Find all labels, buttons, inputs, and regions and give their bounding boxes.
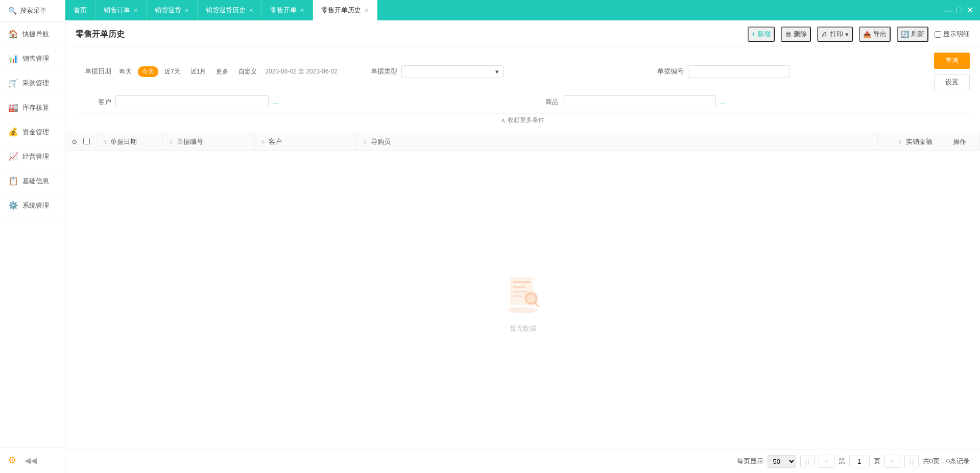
tab-retail-open-close[interactable]: ✕ <box>300 7 304 14</box>
col-header-date[interactable]: ⇅ 单据日期 <box>96 133 162 151</box>
sidebar-item-purchase-mgmt[interactable]: 🛒 采购管理 <box>0 71 65 95</box>
tab-sales-return-close[interactable]: ✕ <box>184 7 189 14</box>
col-header-order-no[interactable]: ⇅ 单据编号 <box>162 133 254 151</box>
window-close-icon[interactable]: ✕ <box>966 5 974 16</box>
empty-text: 暂无数据 <box>510 324 536 333</box>
export-label: 导出 <box>873 30 887 39</box>
order-no-input[interactable] <box>688 65 790 78</box>
last-page-btn[interactable]: ⟩⟩ <box>904 456 919 467</box>
export-icon: 📤 <box>863 31 871 38</box>
prev-page-btn[interactable]: ＜ <box>819 455 834 468</box>
type-select[interactable]: ▾ <box>401 65 504 78</box>
filter-product-section: 商品 ... <box>523 95 960 108</box>
sort-guide-icon: ⇅ <box>363 139 367 145</box>
col-header-action: 操作 <box>939 133 980 151</box>
col-header-guide[interactable]: ⇅ 导购员 <box>356 133 418 151</box>
table-area: ⚙ ⇅ 单据日期 ⇅ 单据编号 <box>65 133 980 449</box>
search-icon: 🔍 <box>8 7 17 15</box>
empty-state: 暂无数据 <box>65 151 980 449</box>
sidebar-search[interactable]: 🔍 搜索采单 <box>0 0 65 22</box>
doc-icon: 📋 <box>8 176 18 186</box>
sidebar-item-inventory[interactable]: 🏭 库存核算 <box>0 95 65 120</box>
tab-sales-return[interactable]: 销货退货 ✕ <box>147 0 198 20</box>
customer-dots[interactable]: ... <box>273 98 278 106</box>
cart-icon: 🛒 <box>8 78 18 88</box>
sidebar-item-sales-mgmt[interactable]: 📊 销售管理 <box>0 46 65 71</box>
sidebar-item-quick-nav[interactable]: 🏠 快捷导航 <box>0 22 65 46</box>
tab-sales-return-history-close[interactable]: ✕ <box>249 7 253 14</box>
col-header-customer[interactable]: ⇅ 客户 <box>254 133 356 151</box>
refresh-button[interactable]: 🔄 刷新 <box>897 27 928 42</box>
tab-sales-order-close[interactable]: ✕ <box>133 7 138 14</box>
date-opt-7days[interactable]: 近7天 <box>160 66 184 77</box>
total-info: 共0页，0条记录 <box>923 457 970 466</box>
table-header-row: ⚙ ⇅ 单据日期 ⇅ 单据编号 <box>65 133 980 151</box>
sidebar-item-sys-mgmt[interactable]: ⚙️ 系统管理 <box>0 193 65 218</box>
sidebar-item-finance[interactable]: 💰 资金管理 <box>0 120 65 144</box>
date-opt-custom[interactable]: 自定义 <box>234 66 261 77</box>
maximize-icon[interactable]: □ <box>957 5 962 16</box>
settings-icon[interactable]: ⚙ <box>8 455 16 466</box>
tab-sales-return-label: 销货退货 <box>155 6 181 15</box>
delete-icon: 🗑 <box>785 31 792 38</box>
export-button[interactable]: 📤 导出 <box>859 27 891 42</box>
type-filter-label: 单据类型 <box>362 67 397 76</box>
col-header-amount[interactable]: ⇅ 实销金额 <box>878 133 939 151</box>
product-input[interactable] <box>563 95 716 108</box>
per-page-select[interactable]: 50 10 20 100 <box>768 455 796 468</box>
sidebar-item-label: 系统管理 <box>22 201 49 210</box>
sort-customer-icon: ⇅ <box>261 139 265 145</box>
setting-button[interactable]: 设置 <box>934 74 970 90</box>
tab-retail-open[interactable]: 零售开单 ✕ <box>262 0 313 20</box>
main-area: 首页 销售订单 ✕ 销货退货 ✕ 销货退货历史 ✕ 零售开单 ✕ 零售开单历史 … <box>65 0 980 473</box>
customer-filter-label: 客户 <box>76 97 111 107</box>
data-table: ⚙ ⇅ 单据日期 ⇅ 单据编号 <box>65 133 980 151</box>
product-dots[interactable]: ... <box>720 98 726 106</box>
query-button[interactable]: 查询 <box>934 53 970 69</box>
select-all-checkbox[interactable] <box>83 138 90 144</box>
date-opt-yesterday[interactable]: 昨天 <box>115 66 136 77</box>
tab-retail-open-history[interactable]: 零售开单历史 ✕ <box>313 0 377 20</box>
sidebar-item-operations[interactable]: 📈 经营管理 <box>0 144 65 169</box>
filter-row-date: 单据日期 昨天 今天 近7天 近1月 更多 自定义 2023-06-02 至 2… <box>76 53 970 90</box>
current-page-input[interactable] <box>849 456 870 467</box>
refresh-icon: 🔄 <box>901 31 909 38</box>
delete-button[interactable]: 🗑 删除 <box>781 27 811 42</box>
first-page-btn[interactable]: ⟨⟨ <box>800 456 815 467</box>
config-icon[interactable]: ⚙ <box>71 138 78 146</box>
tab-sales-order[interactable]: 销售订单 ✕ <box>95 0 147 20</box>
svg-rect-4 <box>513 291 528 292</box>
add-button[interactable]: + 新增 <box>748 27 775 42</box>
delete-label: 删除 <box>794 30 807 39</box>
page-title: 零售开单历史 <box>76 29 125 40</box>
minimize-icon[interactable]: — <box>943 5 952 16</box>
sort-order-icon: ⇅ <box>169 139 173 145</box>
tab-bar: 首页 销售订单 ✕ 销货退货 ✕ 销货退货历史 ✕ 零售开单 ✕ 零售开单历史 … <box>65 0 980 20</box>
display-detail-checkbox[interactable]: 显示明细 <box>935 30 970 39</box>
display-detail-input[interactable] <box>935 31 941 38</box>
collapse-more-btn[interactable]: ∧ 收起更多条件 <box>76 113 970 127</box>
date-opt-today[interactable]: 今天 <box>138 66 158 77</box>
svg-point-0 <box>508 307 538 313</box>
tab-home[interactable]: 首页 <box>65 0 95 20</box>
tab-retail-open-history-close[interactable]: ✕ <box>364 7 369 14</box>
sidebar-item-label: 快捷导航 <box>22 30 49 39</box>
empty-illustration <box>497 267 548 318</box>
date-opt-1month[interactable]: 近1月 <box>186 66 210 77</box>
sidebar-item-label: 基础信息 <box>22 177 49 186</box>
tab-home-label: 首页 <box>74 6 87 15</box>
next-page-btn[interactable]: ＞ <box>885 455 900 468</box>
print-button[interactable]: 🖨 打印 ▾ <box>817 27 853 42</box>
collapse-sidebar-icon[interactable]: ◀◀ <box>25 456 37 465</box>
sidebar-item-label: 采购管理 <box>22 79 49 88</box>
sidebar-item-basic-info[interactable]: 📋 基础信息 <box>0 169 65 193</box>
page-header: 零售开单历史 + 新增 🗑 删除 🖨 打印 ▾ 📤 导出 🔄 <box>65 20 980 46</box>
date-opt-more[interactable]: 更多 <box>212 66 232 77</box>
per-page-label: 每页显示 <box>737 457 763 466</box>
tab-retail-open-history-label: 零售开单历史 <box>321 6 361 15</box>
operations-icon: 📈 <box>8 152 18 161</box>
home-icon: 🏠 <box>8 29 18 39</box>
filter-date-section: 单据日期 昨天 今天 近7天 近1月 更多 自定义 2023-06-02 至 2… <box>76 66 351 77</box>
customer-input[interactable] <box>115 95 269 108</box>
tab-sales-return-history[interactable]: 销货退货历史 ✕ <box>198 0 262 20</box>
